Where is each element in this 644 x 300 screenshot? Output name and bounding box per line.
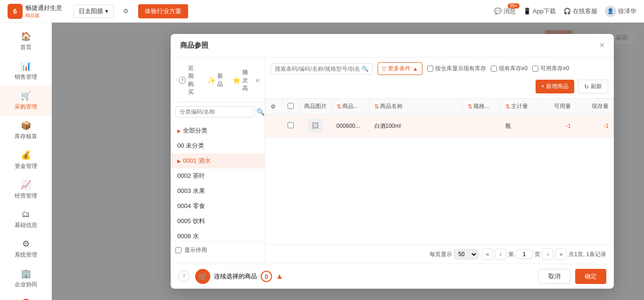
online-service-btn[interactable]: 🎧 在线客服 [563,7,597,16]
per-page-select[interactable]: 10 20 50 100 [454,249,478,259]
confirm-button[interactable]: 确定 [575,269,606,284]
show-disabled-checkbox[interactable]: 显示停用 [175,246,260,254]
cart-label: 连续选择的商品 [214,272,257,281]
main-layout: 🏠 首页 📊 销售管理 🛒 采购管理 📦 库存核算 💰 资金管理 📈 经营管理 … [0,23,644,300]
category-00-label: 00 未分类 [177,142,204,150]
category-0005[interactable]: 0005 饮料 [171,214,264,229]
phone-icon: 📱 [523,8,531,15]
collapse-button[interactable]: « [256,76,260,84]
th-name[interactable]: ⇅ 商品名称 [369,99,463,115]
filter-warehouse-checkbox[interactable]: 按仓库显示现有库存 [427,65,486,73]
next-page-button[interactable]: › [542,249,553,260]
row-stock: -1 [576,115,614,138]
th-unit[interactable]: ⇅ 主计量 [501,99,538,115]
last-page-button[interactable]: » [555,249,567,260]
sidebar-label-home: 首页 [20,43,32,51]
finance-icon: 💰 [21,150,31,160]
category-all[interactable]: ▶ 全部分类 [171,123,264,138]
sidebar-item-sales[interactable]: 📊 销售管理 [0,56,51,86]
inventory-icon: 📦 [21,120,31,131]
filter-stock-ne0-label: 现有库存≠0 [499,65,528,73]
th-img: 商品图片 [299,99,331,115]
sidebar-item-home[interactable]: 🏠 首页 [0,26,51,56]
th-spec[interactable]: ⇅ 规格... [463,99,501,115]
tab-recent[interactable]: 🕐 近期购买 [175,62,201,98]
product-search-icon[interactable]: 🔍 [362,66,369,72]
category-search-input[interactable] [175,106,255,117]
category-0002[interactable]: 0002 茶叶 [171,168,264,183]
app-download-btn[interactable]: 📱 App下载 [523,7,556,16]
sidebar-item-guide[interactable]: 🎯 新手引导 [0,293,51,300]
recent-icon: 🕐 [178,76,186,84]
category-search-icon[interactable]: 🔍 [256,108,264,116]
app-download-label: App下载 [533,7,556,16]
per-page-label: 每页显示 [429,250,452,258]
help-icon[interactable]: ? [178,271,190,282]
first-page-button[interactable]: « [482,249,493,260]
prev-page-button[interactable]: ‹ [495,249,506,260]
filter-avail-ne0-label: 可用库存≠0 [540,65,569,73]
row-checkbox-cell[interactable] [282,115,299,138]
product-search-input[interactable] [275,66,360,72]
category-0004[interactable]: 0004 零食 [171,199,264,214]
user-area[interactable]: 👤 徐泽华 [605,6,636,17]
settings-icon[interactable]: ⚙ [119,5,132,18]
tab-new[interactable]: ✨ 新品 [205,70,226,90]
cart-icon[interactable]: 🛒 [195,269,210,284]
content-area: 查询 设置 刷新 商品参照 × 🕐 近期购买 [52,23,644,300]
avatar: 👤 [605,6,616,17]
table-row[interactable]: 🖼 000600... 白酒100ml 瓶 -1 -1 [265,115,614,138]
messages-btn[interactable]: 💬 消息 99+ [494,7,516,16]
category-0002-label: 0002 茶叶 [177,172,205,180]
product-table-container: ⚙ 商品图片 [265,99,614,244]
page-nav: « ‹ 第 页 › » 共1页, 1条记录 [482,249,606,260]
category-0008[interactable]: 0008 水 [171,229,264,241]
category-00[interactable]: 00 未分类 [171,138,264,153]
refresh-product-button[interactable]: ↻ 刷新 [578,80,608,93]
sidebar-item-inventory[interactable]: 📦 库存核算 [0,116,51,145]
select-all-checkbox[interactable] [288,103,294,109]
filter-stock-ne0-input[interactable] [491,66,497,72]
row-checkbox[interactable] [288,122,294,128]
show-disabled-input[interactable] [175,247,182,253]
category-tree: ▶ 全部分类 00 未分类 ▶ 0001 酒水 0002 茶叶 [171,121,264,241]
filter-avail-ne0-input[interactable] [532,66,538,72]
add-product-button[interactable]: + 新增商品 [536,80,574,93]
sales-icon: 📊 [21,61,31,71]
filter-stock-ne0-checkbox[interactable]: 现有库存≠0 [491,65,528,73]
page-label-pre: 第 [508,250,514,258]
modal-close-button[interactable]: × [599,41,604,50]
th-code[interactable]: ⇅ 商品... [331,99,369,115]
filter-more-label: 更多条件 [388,65,411,73]
filter-avail-ne0-checkbox[interactable]: 可用库存≠0 [532,65,569,73]
collapse-up-icon[interactable]: ▲ [276,272,283,281]
cancel-button[interactable]: 取消 [538,269,570,284]
page-number-input[interactable] [516,250,533,259]
home-icon: 🏠 [21,31,31,42]
sidebar-item-basic[interactable]: 🗂 基础信息 [0,205,51,234]
product-search-box[interactable]: 🔍 [271,63,373,75]
topbar: 6 畅捷通好生意 精品版 日太阳膜 ▾ ⚙ 体验行业方案 💬 消息 99+ 📱 … [0,0,644,23]
sidebar-item-purchase[interactable]: 🛒 采购管理 [0,86,51,116]
company-select[interactable]: 日太阳膜 ▾ [74,5,114,18]
purchase-icon: 🛒 [21,91,31,101]
th-settings[interactable]: ⚙ [265,99,282,115]
exp-button[interactable]: 体验行业方案 [138,4,188,18]
tree-arrow-0001: ▶ [177,158,181,164]
sidebar-item-business[interactable]: 📈 经营管理 [0,175,51,205]
category-0001[interactable]: ▶ 0001 酒水 [171,153,264,168]
category-0003[interactable]: 0003 水果 [171,183,264,199]
sidebar-item-finance[interactable]: 💰 资金管理 [0,145,51,175]
pagination-bar: 每页显示 10 20 50 100 « ‹ 第 [265,244,614,264]
row-avail: -1 [538,115,576,138]
sidebar-label-sales: 销售管理 [15,73,37,81]
filter-more-button[interactable]: ▽ 更多条件 ▲ [378,62,422,75]
filter-warehouse-input[interactable] [427,66,433,72]
cart-section: 🛒 连续选择的商品 0 ▲ [195,269,283,284]
tab-frequent[interactable]: ⭐ 频次高 [230,67,252,94]
category-search-row: 🔍 [171,102,264,121]
sidebar-item-enterprise[interactable]: 🏢 企业协同 [0,264,51,293]
left-panel: 🕐 近期购买 ✨ 新品 ⭐ 频次高 « [171,58,265,264]
sidebar-item-system[interactable]: ⚙ 系统管理 [0,234,51,264]
per-page-selector: 每页显示 10 20 50 100 [429,249,478,259]
